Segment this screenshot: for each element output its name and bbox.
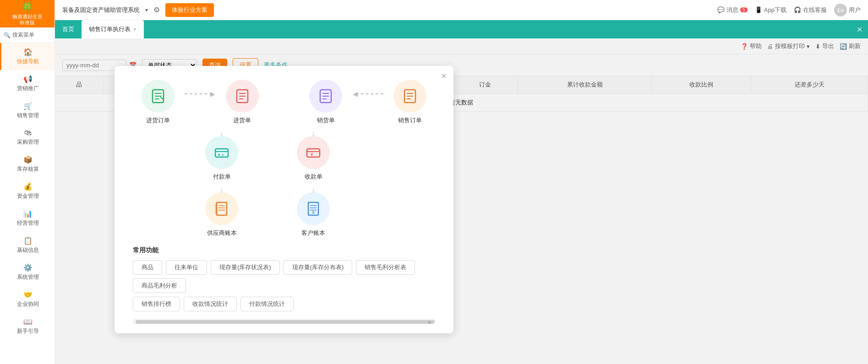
message-badge: 5 bbox=[740, 7, 748, 12]
sidebar-item-operation[interactable]: 📊 经营管理 bbox=[0, 205, 55, 232]
sale-bill-label: 销货单 bbox=[317, 116, 335, 125]
supplier-ledger-circle bbox=[205, 192, 238, 225]
customer-ledger-label: 客户账本 bbox=[301, 229, 325, 237]
flow-node-sale-order: 销售订单 bbox=[385, 80, 435, 125]
sidebar-item-quick-nav[interactable]: 🏠 快捷导航 bbox=[0, 43, 55, 70]
purchase-order-label: 进货订单 bbox=[146, 116, 170, 125]
sidebar-item-label: 营销推广 bbox=[17, 85, 39, 92]
sidebar-search[interactable]: 🔍 搜索菜单 bbox=[0, 27, 55, 43]
payment-label: 付款单 bbox=[213, 173, 231, 181]
topbar-right: 💬 消息 5 📱 App下载 🎧 在线客服 Ea 用户 bbox=[717, 4, 861, 16]
modal-scrollbar[interactable]: ▶ bbox=[133, 319, 435, 324]
btn-sales-rank[interactable]: 销售排行榜 bbox=[133, 297, 180, 311]
sidebar-item-label: 新手引导 bbox=[17, 327, 39, 335]
sidebar-item-label: 采购管理 bbox=[17, 138, 39, 146]
tab-sales-order[interactable]: 销售订单执行表 × bbox=[82, 20, 144, 38]
search-icon: 🔍 bbox=[4, 32, 11, 38]
sidebar-item-label: 企业协同 bbox=[17, 300, 39, 308]
arrow-purchase-order-to-bill: ▶ bbox=[183, 90, 217, 98]
sidebar-item-inventory[interactable]: 📦 库存核算 bbox=[0, 151, 55, 178]
sidebar-item-sales[interactable]: 🛒 销售管理 bbox=[0, 97, 55, 124]
svg-text:¥: ¥ bbox=[310, 152, 313, 157]
message-item[interactable]: 💬 消息 5 bbox=[717, 6, 748, 14]
experience-btn[interactable]: 体验行业方案 bbox=[165, 3, 214, 17]
tab-close-icon[interactable]: × bbox=[133, 26, 136, 33]
sidebar-item-purchase[interactable]: 🛍 采购管理 bbox=[0, 124, 55, 151]
system-name: 装备及固定资产辅助管理系统 bbox=[62, 6, 140, 14]
purchase-bill-circle bbox=[226, 80, 259, 113]
sale-bill-circle bbox=[309, 80, 342, 113]
message-icon: 💬 bbox=[717, 6, 725, 13]
flow-node-customer-ledger: 客户账本 bbox=[286, 192, 341, 237]
modal-scrollbar-thumb bbox=[136, 320, 435, 324]
avatar-text: Ea bbox=[837, 7, 843, 13]
sidebar-search-label: 搜索菜单 bbox=[12, 31, 34, 39]
sidebar-item-label: 经营管理 bbox=[17, 219, 39, 227]
sales-icon: 🛒 bbox=[23, 102, 33, 110]
btn-receipt-stat[interactable]: 收款情况统计 bbox=[184, 297, 237, 311]
sidebar-item-enterprise[interactable]: 🤝 企业协同 bbox=[0, 286, 55, 313]
home-icon: 🏠 bbox=[23, 48, 33, 56]
sidebar-item-label: 系统管理 bbox=[17, 273, 39, 281]
common-functions-buttons: 商品 往来单位 现存量(库存状况表) 现存量(库存分布表) 销售毛利分析表 商品… bbox=[133, 260, 435, 293]
system-dropdown[interactable]: ▾ bbox=[145, 7, 148, 13]
purchase-bill-label: 进货单 bbox=[233, 116, 251, 125]
sidebar-item-label: 库存核算 bbox=[17, 165, 39, 173]
sidebar-item-marketing[interactable]: 📢 营销推广 bbox=[0, 70, 55, 97]
service-icon: 🎧 bbox=[794, 6, 801, 13]
btn-product-profit[interactable]: 商品毛利分析 bbox=[133, 278, 186, 293]
tab-home-label: 首页 bbox=[62, 25, 74, 33]
flow-row-2: ¥ 付款单 ¥ 收款单 bbox=[133, 136, 435, 181]
topbar: 装备及固定资产辅助管理系统 ▾ ⚙ 体验行业方案 💬 消息 5 📱 App下载 … bbox=[55, 0, 868, 20]
content-area: ❓ 帮助 🖨 按模板打印 ▾ ⬇ 导出 🔄 刷新 bbox=[55, 38, 868, 364]
svg-text:¥: ¥ bbox=[221, 153, 224, 157]
btn-stock-dist[interactable]: 现存量(库存分布表) bbox=[284, 260, 353, 275]
modal-close-btn[interactable]: × bbox=[441, 71, 446, 81]
sidebar-nav: 🏠 快捷导航 📢 营销推广 🛒 销售管理 🛍 采购管理 📦 库存核算 💰 bbox=[0, 43, 55, 364]
btn-stock-status[interactable]: 现存量(库存状况表) bbox=[211, 260, 280, 275]
svg-point-32 bbox=[312, 211, 315, 214]
supplier-ledger-label: 供应商账本 bbox=[207, 229, 237, 237]
app-download-item[interactable]: 📱 App下载 bbox=[755, 6, 786, 14]
window-close-btn[interactable]: ✕ bbox=[851, 25, 868, 34]
flow-row-3: 供应商账本 客户账本 bbox=[133, 192, 435, 237]
sidebar-item-label: 基础信息 bbox=[17, 246, 39, 254]
flow-node-supplier-ledger: 供应商账本 bbox=[194, 192, 249, 237]
modal-scroll-right-btn[interactable]: ▶ bbox=[426, 319, 435, 324]
tabbar: 首页 销售订单执行表 × ✕ bbox=[55, 20, 868, 38]
sidebar-item-finance[interactable]: 💰 资金管理 bbox=[0, 178, 55, 205]
svg-rect-20 bbox=[307, 149, 320, 157]
sale-order-circle bbox=[393, 80, 426, 113]
operation-icon: 📊 bbox=[23, 209, 33, 218]
user-item[interactable]: Ea 用户 bbox=[834, 4, 861, 16]
sidebar-item-label: 销售管理 bbox=[17, 112, 39, 120]
sidebar-item-basic[interactable]: 📋 基础信息 bbox=[0, 232, 55, 259]
tab-active-label: 销售订单执行表 bbox=[89, 25, 131, 33]
newbie-icon: 📖 bbox=[23, 317, 33, 326]
common-functions-section: 常用功能 商品 往来单位 现存量(库存状况表) 现存量(库存分布表) 销售毛利分… bbox=[133, 246, 435, 311]
sidebar: 🍀 畅康通好生意 标准版 🔍 搜索菜单 🏠 快捷导航 📢 营销推广 🛒 销售管理 bbox=[0, 0, 55, 364]
btn-product[interactable]: 商品 bbox=[133, 260, 162, 275]
flow-node-payment: ¥ 付款单 bbox=[194, 136, 249, 181]
sidebar-item-newbie[interactable]: 📖 新手引导 bbox=[0, 313, 55, 340]
flow-row-1: 进货订单 ▶ bbox=[133, 80, 435, 125]
gear-icon[interactable]: ⚙ bbox=[153, 5, 160, 14]
flow-diagram: 进货订单 ▶ bbox=[133, 80, 435, 242]
modal-overlay[interactable]: × 进货订单 bbox=[55, 38, 868, 364]
svg-rect-23 bbox=[217, 202, 227, 215]
flow-modal: × 进货订单 bbox=[115, 66, 453, 333]
btn-partner[interactable]: 往来单位 bbox=[166, 260, 207, 275]
message-label: 消息 bbox=[726, 6, 738, 14]
avatar: Ea bbox=[834, 4, 847, 16]
sidebar-item-system[interactable]: ⚙️ 系统管理 bbox=[0, 259, 55, 286]
tab-home[interactable]: 首页 bbox=[55, 20, 82, 38]
online-service-item[interactable]: 🎧 在线客服 bbox=[794, 6, 827, 14]
system-icon: ⚙️ bbox=[23, 263, 33, 272]
enterprise-icon: 🤝 bbox=[23, 290, 33, 299]
btn-payment-stat[interactable]: 付款情况统计 bbox=[240, 297, 294, 311]
btn-sales-profit[interactable]: 销售毛利分析表 bbox=[356, 260, 415, 275]
arrow-sale-order-to-bill: ▶ bbox=[351, 90, 385, 98]
customer-ledger-circle bbox=[297, 192, 330, 225]
marketing-icon: 📢 bbox=[23, 75, 33, 83]
sidebar-item-label: 资金管理 bbox=[17, 192, 39, 200]
